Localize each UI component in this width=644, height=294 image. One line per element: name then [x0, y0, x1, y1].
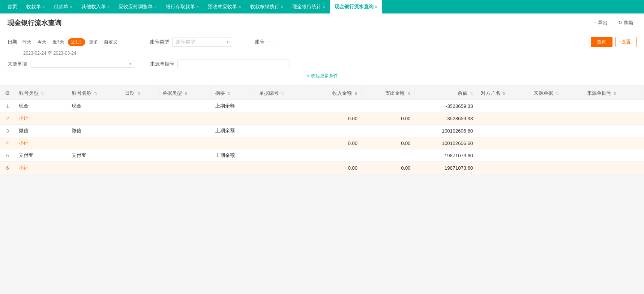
date-range-display: 2023-02-24 至 2023-03-24 — [22, 50, 636, 57]
nav-receipt[interactable]: 收款单 × — [22, 0, 49, 13]
filter-row-date: 日期 昨天 今天 近7天 近1月 更多 自定义 账号类型 账号类型 ▾ 账号 ·… — [8, 37, 636, 47]
cell-date — [121, 112, 158, 125]
column-settings-icon[interactable]: ⚙ — [5, 90, 10, 96]
cell-source-doc — [530, 149, 583, 162]
sort-doc-no[interactable]: ⇅ — [281, 91, 284, 96]
nav-cashflow[interactable]: 现金银行流水查询 × — [330, 0, 382, 13]
cell-account-type: 小计 — [15, 112, 68, 125]
close-payment-tab[interactable]: × — [70, 4, 72, 9]
cell-income: 0.00 — [308, 137, 361, 149]
cell-doc-type — [158, 112, 211, 125]
cell-source-doc — [530, 100, 583, 112]
col-source-doc-no: 来源单据号 ⇅ — [583, 87, 644, 100]
table-row[interactable]: 3 微信 微信 上期余额 100102606.60 — [0, 125, 644, 137]
date-shortcuts: 昨天 今天 近7天 近1月 更多 自定义 — [20, 38, 120, 46]
date-yesterday[interactable]: 昨天 — [20, 38, 34, 46]
close-other-income-tab[interactable]: × — [107, 4, 110, 9]
cell-summary: 上期余额 — [212, 125, 255, 137]
page-header: 现金银行流水查询 ↑ 导出 ↻ 刷新 — [0, 13, 644, 32]
nav-adjustment[interactable]: 应收应付调整单 × — [114, 0, 161, 13]
col-date: 日期 ⇅ — [121, 87, 158, 100]
sort-income[interactable]: ⇅ — [354, 91, 357, 96]
date-1month[interactable]: 近1月 — [68, 38, 86, 46]
sort-source-doc-no[interactable]: ⇅ — [614, 91, 617, 96]
close-cashflow-tab[interactable]: × — [375, 4, 377, 9]
close-advance-tab[interactable]: × — [239, 4, 241, 9]
nav-home[interactable]: 首页 — [3, 0, 22, 13]
cell-source-doc — [530, 125, 583, 137]
cell-summary: 上期余额 — [212, 100, 255, 112]
sort-doc-type[interactable]: ⇅ — [185, 91, 188, 96]
cell-account-type: 现金 — [15, 100, 68, 112]
sort-date[interactable]: ⇅ — [137, 91, 140, 96]
close-receipt-tab[interactable]: × — [42, 4, 45, 9]
cell-account-name — [68, 112, 121, 125]
sort-account-name[interactable]: ⇅ — [94, 91, 97, 96]
table-row[interactable]: 5 支付宝 支付宝 上期余额 19871073.60 — [0, 149, 644, 162]
sort-counterpart[interactable]: ⇅ — [503, 91, 506, 96]
account-type-value: 账号类型 — [176, 39, 195, 45]
date-custom[interactable]: 自定义 — [102, 38, 120, 46]
date-7days[interactable]: 近7天 — [50, 38, 66, 46]
col-settings: ⚙ — [0, 87, 15, 100]
cell-counterpart — [477, 100, 530, 112]
account-filter-group: 账号 ··· — [255, 39, 275, 45]
table-row[interactable]: 1 现金 现金 上期余额 -3528659.33 — [0, 100, 644, 112]
collapse-bar[interactable]: ∧ 收起更多条件 — [8, 71, 636, 81]
source-doc-select[interactable]: ▾ — [30, 60, 135, 68]
query-button[interactable]: 查询 — [591, 37, 612, 47]
nav-bank-deposit[interactable]: 银行存取款单 × — [161, 0, 203, 13]
cell-expense: 0.00 — [361, 112, 414, 125]
col-income: 收入金额 ⇅ — [308, 87, 361, 100]
sort-source-doc[interactable]: ⇅ — [556, 91, 559, 96]
col-summary: 摘要 ⇅ — [212, 87, 255, 100]
cell-account-type: 支付宝 — [15, 149, 68, 162]
close-statistics-tab[interactable]: × — [323, 4, 325, 9]
table-row[interactable]: 6 小计 0.00 0.00 19871073.60 — [0, 162, 644, 174]
account-dots-button[interactable]: ··· — [267, 39, 275, 45]
account-type-filter-group: 账号类型 账号类型 ▾ — [150, 37, 232, 47]
cell-source-doc-no — [583, 162, 644, 174]
refresh-icon: ↻ — [618, 20, 622, 25]
settings-button[interactable]: 设置 — [615, 37, 636, 47]
cell-balance: -3528659.33 — [414, 100, 477, 112]
close-adjustment-tab[interactable]: × — [154, 4, 156, 9]
source-doc-num-input[interactable] — [177, 60, 290, 68]
date-filter-group: 日期 昨天 今天 近7天 近1月 更多 自定义 — [8, 38, 120, 46]
sort-account-type[interactable]: ⇅ — [41, 91, 44, 96]
cell-counterpart — [477, 125, 530, 137]
table-row[interactable]: 4 小计 0.00 0.00 100102606.60 — [0, 137, 644, 149]
export-icon: ↑ — [594, 20, 597, 25]
refresh-button[interactable]: ↻ 刷新 — [615, 18, 636, 28]
cell-expense — [361, 125, 414, 137]
nav-statistics[interactable]: 现金银行统计 × — [288, 0, 330, 13]
cell-date — [121, 125, 158, 137]
table-row[interactable]: 2 小计 0.00 0.00 -3528659.33 — [0, 112, 644, 125]
sort-expense[interactable]: ⇅ — [407, 91, 410, 96]
nav-writeoff[interactable]: 收款核销执行 × — [246, 0, 288, 13]
nav-other-income[interactable]: 其他收入单 × — [77, 0, 114, 13]
cell-doc-type — [158, 100, 211, 112]
cell-date — [121, 100, 158, 112]
collapse-icon: ∧ — [306, 73, 310, 78]
nav-advance[interactable]: 预收冲应收单 × — [203, 0, 245, 13]
close-writeoff-tab[interactable]: × — [281, 4, 283, 9]
sort-balance[interactable]: ⇅ — [470, 91, 473, 96]
cell-doc-type — [158, 125, 211, 137]
table-header-row: ⚙ 账号类型 ⇅ 账号名称 ⇅ 日期 ⇅ 单据类型 ⇅ — [0, 87, 644, 100]
close-bank-deposit-tab[interactable]: × — [197, 4, 199, 9]
date-today[interactable]: 今天 — [35, 38, 49, 46]
source-doc-num-label: 来源单据号 — [150, 61, 174, 67]
cell-balance: 19871073.60 — [414, 162, 477, 174]
cell-income — [308, 149, 361, 162]
account-type-select[interactable]: 账号类型 ▾ — [172, 37, 232, 47]
cell-income — [308, 100, 361, 112]
sort-summary[interactable]: ⇅ — [228, 91, 231, 96]
export-button[interactable]: ↑ 导出 — [591, 18, 611, 28]
date-more[interactable]: 更多 — [87, 38, 100, 46]
account-label: 账号 — [255, 39, 264, 45]
cell-doc-no — [255, 162, 308, 174]
table-body: 1 现金 现金 上期余额 -3528659.33 2 小计 0.00 0.00 … — [0, 100, 644, 174]
nav-payment[interactable]: 付款单 × — [49, 0, 77, 13]
cell-counterpart — [477, 112, 530, 125]
